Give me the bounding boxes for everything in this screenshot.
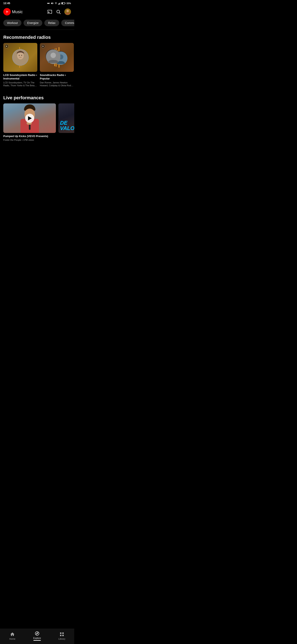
cast-icon: [47, 9, 52, 14]
key-icon: [47, 2, 50, 4]
svg-line-17: [59, 13, 61, 14]
radio-card-lcd-title: LCD Soundsystem Radio • Instrumental: [3, 74, 37, 80]
perf-card-pumped-title: Pumped Up Kicks (VEVO Presents): [3, 134, 56, 138]
radio-card-soundtracks[interactable]: Soundtracks Radio • Popular Dan Romer, J…: [40, 43, 74, 87]
chips-container: Workout Energize Relax Commute Focus: [0, 18, 74, 28]
avatar[interactable]: [64, 8, 71, 15]
perf-card-pumped-image: [3, 104, 56, 133]
section-gap-2: [0, 143, 74, 146]
radio-card-lcd-subtitle: LCD Soundsystem, TV On The Radio, Thom Y…: [3, 81, 37, 87]
status-icons: 33%: [47, 2, 71, 4]
section-gap-3: [0, 146, 74, 150]
radio-card-lcd-image: [3, 43, 37, 72]
chip-energize[interactable]: Energize: [23, 20, 42, 26]
live-performances-section: Live performances: [0, 92, 74, 143]
recommended-radios-section: Recommended radios: [0, 31, 74, 88]
recommended-radios-title: Recommended radios: [0, 35, 74, 40]
divider: [0, 30, 74, 30]
section-gap-1: [0, 88, 74, 92]
cast-button[interactable]: [47, 9, 52, 14]
perf-card-pumped[interactable]: Pumped Up Kicks (VEVO Presents) Foster t…: [3, 104, 56, 141]
mute-icon: [51, 2, 54, 4]
battery-icon: [61, 2, 66, 4]
header-actions: [47, 8, 71, 15]
svg-rect-11: [62, 3, 63, 4]
perf-card-lorde-image: DEVALO: [58, 104, 74, 133]
svg-rect-6: [59, 3, 59, 4]
svg-point-28: [50, 53, 56, 58]
section-gap-4: [0, 150, 74, 153]
soundtracks-circle-main: [45, 49, 60, 64]
chip-workout[interactable]: Workout: [3, 20, 21, 26]
logo-area: Music: [3, 8, 23, 16]
radio-icon-lcd: [4, 44, 9, 48]
lcd-artist-face: [12, 50, 28, 65]
play-triangle-pumped: [28, 116, 32, 120]
play-button-pumped[interactable]: [25, 114, 34, 123]
chip-relax[interactable]: Relax: [44, 20, 59, 26]
signal-icon: [58, 2, 61, 4]
time: 12:45: [3, 2, 10, 5]
svg-rect-2: [49, 3, 49, 4]
radio-card-soundtracks-image: [40, 43, 74, 72]
svg-point-22: [19, 55, 19, 56]
radio-icon-soundtracks: [41, 44, 45, 48]
search-icon: [56, 9, 61, 14]
app-header: Music: [0, 6, 74, 18]
radio-card-lcd[interactable]: LCD Soundsystem Radio • Instrumental LCD…: [3, 43, 37, 87]
svg-rect-10: [65, 3, 65, 4]
svg-point-15: [6, 11, 8, 12]
svg-rect-7: [59, 3, 60, 4]
radio-card-soundtracks-subtitle: Dan Romer, James Newton Howard, Coldplay…: [40, 81, 74, 87]
soundtracks-artist-1: [46, 50, 60, 64]
logo-text: Music: [12, 10, 23, 14]
user-avatar: [64, 8, 71, 15]
svg-point-23: [21, 55, 22, 56]
perf-cards-scroll: Pumped Up Kicks (VEVO Presents) Foster t…: [0, 104, 74, 141]
svg-point-19: [66, 10, 69, 12]
youtube-music-logo: [3, 8, 11, 16]
status-bar: 12:45: [0, 0, 74, 6]
lorde-text-overlay: DEVALO: [60, 120, 74, 131]
svg-rect-5: [58, 4, 58, 4]
svg-point-21: [17, 52, 24, 60]
soundtracks-circles: [45, 49, 68, 66]
perf-card-pumped-subtitle: Foster the People • 37M views: [3, 139, 56, 141]
perf-card-lorde[interactable]: DEVALO: [58, 104, 74, 141]
wifi-icon: [54, 2, 57, 4]
lcd-artist-circle: [12, 49, 29, 66]
chip-commute[interactable]: Commute: [61, 20, 74, 26]
radio-cards-scroll: LCD Soundsystem Radio • Instrumental LCD…: [0, 43, 74, 87]
live-performances-title: Live performances: [0, 95, 74, 100]
radio-card-soundtracks-title: Soundtracks Radio • Popular: [40, 74, 74, 80]
content-area: Workout Energize Relax Commute Focus Rec…: [0, 18, 74, 169]
search-button[interactable]: [56, 9, 61, 14]
svg-rect-8: [60, 2, 60, 4]
app-container: 12:45: [0, 0, 74, 169]
battery-percent: 33%: [66, 2, 71, 4]
